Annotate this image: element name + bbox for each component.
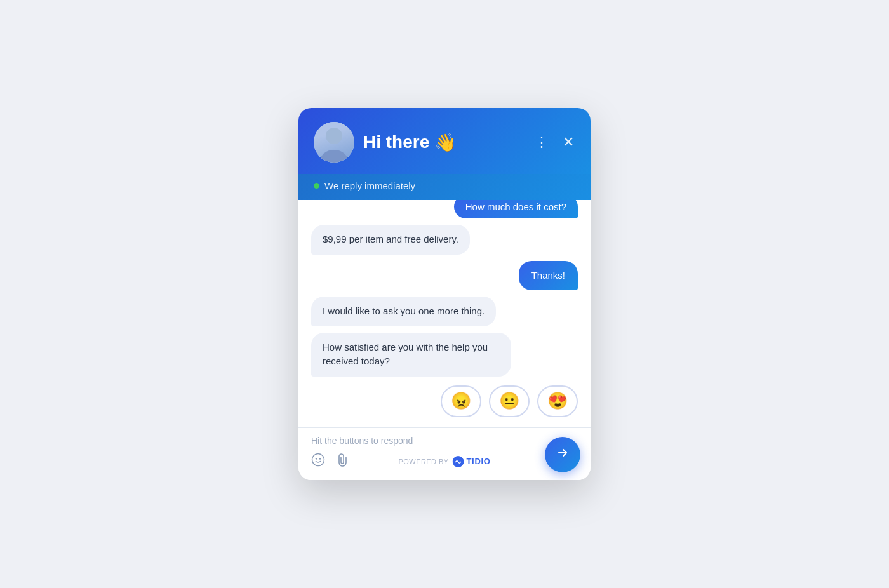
message-text: How much does it cost? bbox=[465, 201, 566, 212]
message-text: How satisfied are you with the help you … bbox=[323, 342, 488, 367]
chat-header: Hi there 👋 ⋮ ✕ bbox=[298, 108, 591, 174]
svg-point-2 bbox=[312, 453, 324, 465]
emoji-icon bbox=[311, 453, 325, 471]
message-row: How satisfied are you with the help you … bbox=[311, 333, 578, 377]
footer-hint: Hit the buttons to respond bbox=[311, 436, 578, 446]
message-row: How much does it cost? bbox=[311, 200, 578, 218]
header-title: Hi there 👋 bbox=[363, 132, 525, 153]
rating-row: 😠 😐 😍 bbox=[311, 385, 578, 417]
chat-subheader: We reply immediately bbox=[298, 174, 591, 200]
powered-by-label: POWERED BY bbox=[399, 458, 449, 465]
wave-emoji: 👋 bbox=[434, 132, 457, 153]
avatar bbox=[314, 122, 354, 163]
send-icon bbox=[556, 446, 570, 463]
message-text: $9,99 per item and free delivery. bbox=[323, 234, 458, 244]
attachment-button[interactable] bbox=[335, 452, 348, 471]
svg-point-3 bbox=[316, 458, 317, 459]
close-icon: ✕ bbox=[563, 134, 574, 150]
rating-angry-button[interactable]: 😠 bbox=[441, 385, 481, 417]
send-button[interactable] bbox=[545, 437, 580, 472]
message-text: I would like to ask you one more thing. bbox=[323, 305, 485, 316]
avatar-image bbox=[314, 122, 354, 163]
header-actions: ⋮ ✕ bbox=[533, 133, 575, 152]
svg-point-0 bbox=[326, 128, 342, 144]
svg-point-4 bbox=[319, 458, 321, 459]
close-button[interactable]: ✕ bbox=[561, 133, 575, 152]
attachment-icon bbox=[335, 452, 348, 471]
message-text: Thanks! bbox=[531, 270, 565, 281]
chat-footer: Hit the buttons to respond bbox=[298, 428, 591, 480]
agent-bubble: $9,99 per item and free delivery. bbox=[311, 225, 470, 255]
user-bubble: Thanks! bbox=[519, 261, 578, 291]
header-title-text: Hi there bbox=[363, 132, 429, 152]
powered-by: POWERED BY TIDIO bbox=[399, 456, 491, 467]
chat-messages: How much does it cost? $9,99 per item an… bbox=[298, 200, 591, 427]
rating-neutral-button[interactable]: 😐 bbox=[489, 385, 530, 417]
message-row: Thanks! bbox=[311, 261, 578, 291]
agent-bubble: How satisfied are you with the help you … bbox=[311, 333, 511, 377]
message-row: $9,99 per item and free delivery. bbox=[311, 225, 578, 255]
message-row: I would like to ask you one more thing. bbox=[311, 297, 578, 326]
menu-button[interactable]: ⋮ bbox=[533, 133, 550, 152]
status-text: We reply immediately bbox=[324, 180, 415, 191]
agent-bubble: I would like to ask you one more thing. bbox=[311, 297, 496, 326]
emoji-button[interactable] bbox=[311, 453, 325, 471]
user-bubble-partial: How much does it cost? bbox=[454, 200, 578, 218]
tidio-logo: TIDIO bbox=[453, 456, 491, 467]
menu-icon: ⋮ bbox=[535, 134, 549, 150]
footer-actions: POWERED BY TIDIO bbox=[311, 452, 578, 471]
svg-point-1 bbox=[320, 150, 348, 163]
chat-widget: Hi there 👋 ⋮ ✕ We reply immediately How … bbox=[298, 108, 591, 480]
footer-icons bbox=[311, 452, 348, 471]
online-indicator bbox=[314, 183, 319, 189]
brand-name: TIDIO bbox=[467, 457, 491, 466]
rating-love-button[interactable]: 😍 bbox=[537, 385, 578, 417]
